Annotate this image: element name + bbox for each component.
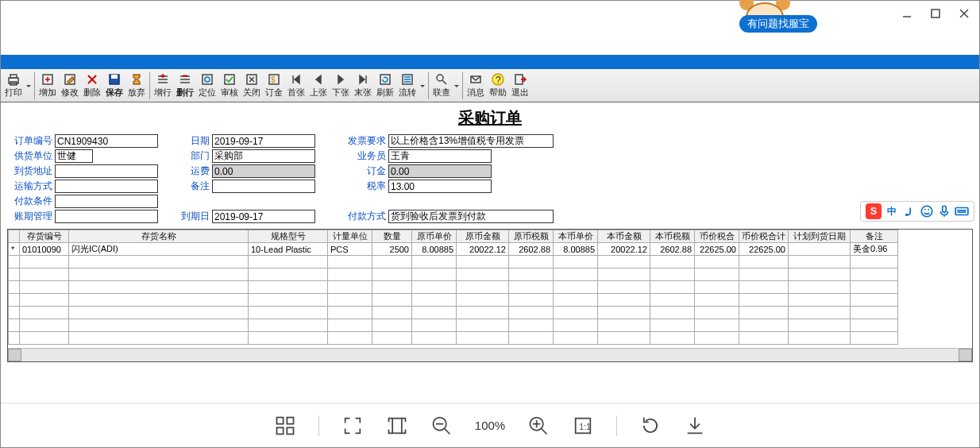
rotate-icon[interactable]	[639, 415, 662, 437]
scroll-left-button[interactable]	[8, 349, 21, 361]
supplier-input[interactable]	[55, 149, 93, 163]
toolbar-msg-button[interactable]: 消息	[465, 71, 487, 99]
col-header[interactable]: 存货名称	[69, 230, 249, 243]
table-row[interactable]	[9, 294, 898, 307]
toolbar-flow-dropdown[interactable]	[419, 72, 426, 99]
toolbar-locate-button[interactable]: 定位	[196, 71, 218, 99]
col-header[interactable]: 计量单位	[328, 230, 372, 243]
col-header[interactable]: 本币金额	[598, 230, 650, 243]
cell[interactable]: 2602.88	[509, 243, 554, 256]
toolbar-exit-button[interactable]: 退出	[509, 71, 531, 99]
cell[interactable]: 8.00885	[554, 243, 598, 256]
toolbar-flow-button[interactable]: 流转	[396, 71, 419, 99]
toolbar-first-button[interactable]: 首张	[285, 71, 307, 99]
toolbar-addrow-button[interactable]: 增行	[152, 71, 174, 99]
toolbar-print-button[interactable]: 打印	[2, 71, 25, 99]
ship-method-input[interactable]	[55, 180, 158, 193]
toolbar-delete-button[interactable]: 删除	[81, 71, 103, 99]
ime-mic-icon[interactable]	[937, 204, 951, 218]
table-row[interactable]	[9, 307, 898, 319]
toolbar-prev-button[interactable]: 上张	[307, 71, 330, 99]
menubar[interactable]	[1, 55, 979, 69]
invoice-req-input[interactable]	[388, 134, 554, 148]
scroll-right-button[interactable]	[959, 349, 972, 361]
toolbar-next-button[interactable]: 下张	[330, 71, 352, 99]
table-row[interactable]: *01010090闪光IC(ADI)10-Lead PlasticPCS2500…	[9, 243, 898, 256]
col-header[interactable]: 存货编号	[20, 230, 69, 243]
ime-keyboard-icon[interactable]	[955, 204, 969, 218]
cell[interactable]: PCS	[328, 243, 372, 256]
toolbar-link-dropdown[interactable]	[453, 72, 461, 99]
date-input[interactable]	[212, 134, 315, 148]
cell[interactable]: 01010090	[20, 243, 69, 256]
thumbnail-view-icon[interactable]	[274, 415, 296, 437]
col-header[interactable]: 本币税额	[650, 230, 695, 243]
cell[interactable]: 2500	[372, 243, 412, 256]
arrive-date-input[interactable]	[212, 210, 315, 223]
ime-punct-icon[interactable]	[902, 204, 916, 218]
col-header[interactable]: 计划到货日期	[789, 230, 851, 243]
sales-input[interactable]	[388, 149, 492, 163]
toolbar-last-button[interactable]: 末张	[352, 71, 374, 99]
actual-size-icon[interactable]: 1:1	[572, 415, 594, 437]
freight-input[interactable]	[212, 164, 315, 178]
col-header[interactable]: 本币单价	[554, 230, 598, 243]
col-header[interactable]: 原币金额	[457, 230, 509, 243]
table-row[interactable]	[9, 319, 898, 332]
zoom-out-icon[interactable]	[430, 415, 453, 437]
download-icon[interactable]	[684, 415, 706, 437]
toolbar-edit-button[interactable]: 修改	[59, 71, 81, 99]
ship-addr-input[interactable]	[55, 164, 158, 178]
col-header[interactable]: 数量	[372, 230, 412, 243]
cell[interactable]: 20022.12	[598, 243, 650, 256]
zoom-percent[interactable]: 100%	[475, 419, 505, 432]
cell[interactable]: 美金0.96	[851, 243, 898, 256]
cell[interactable]: 8.00885	[412, 243, 457, 256]
fit-page-icon[interactable]	[386, 415, 408, 437]
cell[interactable]	[789, 243, 851, 256]
toolbar-add-button[interactable]: 增加	[37, 71, 59, 99]
term-mgmt-input[interactable]	[55, 210, 158, 223]
cell[interactable]: 2602.88	[650, 243, 695, 256]
toolbar-help-button[interactable]: ?帮助	[487, 71, 509, 99]
table-row[interactable]	[9, 268, 898, 281]
minimize-button[interactable]	[898, 7, 916, 20]
zoom-in-icon[interactable]	[527, 415, 550, 437]
deposit-input[interactable]	[388, 164, 492, 178]
cell[interactable]: 10-Lead Plastic	[249, 243, 328, 256]
data-grid[interactable]: 存货编号存货名称规格型号计量单位数量原币单价原币金额原币税额本币单价本币金额本币…	[7, 229, 973, 362]
col-header[interactable]: 备注	[851, 230, 898, 243]
remark-input[interactable]	[212, 180, 315, 193]
toolbar-refresh-button[interactable]: 刷新	[374, 71, 396, 99]
toolbar-save-button[interactable]: 保存	[103, 71, 125, 99]
tax-rate-input[interactable]	[388, 180, 492, 193]
pay-cond-input[interactable]	[55, 195, 158, 208]
maximize-button[interactable]	[927, 7, 944, 20]
pay-method-input[interactable]	[388, 210, 554, 223]
toolbar-audit-button[interactable]: 审核	[218, 71, 241, 99]
toolbar-discard-button[interactable]: 放弃	[125, 71, 148, 99]
fullscreen-icon[interactable]	[341, 415, 364, 437]
cell[interactable]: 20022.12	[457, 243, 509, 256]
help-bubble[interactable]: 有问题找服宝	[739, 15, 817, 33]
toolbar-delrow-button[interactable]: 删行	[174, 71, 196, 99]
horizontal-scrollbar[interactable]	[8, 348, 972, 361]
close-button[interactable]	[955, 7, 973, 20]
toolbar-close-button[interactable]: 关闭	[241, 71, 263, 99]
order-no-input[interactable]	[55, 134, 158, 148]
ime-smiley-icon[interactable]	[920, 204, 934, 218]
col-header[interactable]: 规格型号	[249, 230, 328, 243]
toolbar-link-button[interactable]: 联查	[430, 71, 453, 99]
cell[interactable]: 22625.00	[739, 243, 789, 256]
toolbar-print-dropdown[interactable]	[25, 72, 33, 99]
cell[interactable]: 闪光IC(ADI)	[69, 243, 249, 256]
ime-floater[interactable]: S 中	[860, 201, 974, 222]
toolbar-order-button[interactable]: $订金	[263, 71, 285, 99]
col-header[interactable]: 币价税合计	[739, 230, 789, 243]
ime-logo-icon[interactable]: S	[866, 203, 882, 219]
table-row[interactable]	[9, 281, 898, 294]
dept-input[interactable]	[212, 149, 315, 163]
col-header[interactable]: 原币单价	[412, 230, 457, 243]
table-row[interactable]	[9, 256, 898, 268]
ime-lang-icon[interactable]: 中	[885, 204, 899, 218]
